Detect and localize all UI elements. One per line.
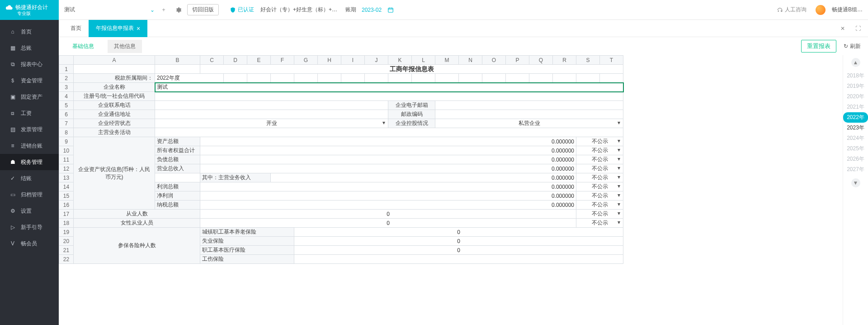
sidebar-item-3[interactable]: ＄资金管理 [0,72,59,89]
metric-value-11[interactable]: 0.000000 [200,155,576,164]
row-header-12[interactable]: 12 [59,164,74,173]
metric-publish-14[interactable]: 不公示 [576,182,623,191]
main-biz-value[interactable] [155,128,623,137]
tab-home[interactable]: 首页 [63,20,89,37]
year-2020年[interactable]: 2020年 [843,91,868,102]
sidebar-item-1[interactable]: ▦总账 [0,40,59,56]
year-2027年[interactable]: 2027年 [843,164,868,175]
female-emp-publish[interactable]: 不公示 [576,219,623,228]
tax-period-value[interactable]: 2022年度 [155,74,224,83]
row-header-20[interactable]: 20 [59,237,74,246]
year-2021年[interactable]: 2021年 [843,102,868,112]
sidebar-item-12[interactable]: ▷新手引导 [0,219,59,235]
col-header-B[interactable]: B [155,56,200,65]
year-2018年[interactable]: 2018年 [843,71,868,81]
insurance-value-19[interactable]: 0 [294,228,623,237]
sidebar-item-2[interactable]: ⧉报表中心 [0,56,59,72]
sidebar-item-5[interactable]: ⧈工资 [0,105,59,121]
gear-icon[interactable] [173,5,184,15]
row-header-1[interactable]: 1 [59,65,74,74]
col-header-H[interactable]: H [318,56,341,65]
col-header-D[interactable]: D [224,56,247,65]
employees-value[interactable]: 0 [200,210,576,219]
col-header-N[interactable]: N [459,56,482,65]
support-link[interactable]: 人工咨询 [777,6,807,14]
org-selector[interactable]: 测试 ⌄ [64,6,155,14]
metric-value-13[interactable]: 0.000000 [271,173,576,182]
year-up-icon[interactable]: ▲ [851,58,860,67]
row-header-21[interactable]: 21 [59,246,74,255]
insurance-value-20[interactable]: 0 [294,237,623,246]
close-icon[interactable]: × [137,25,140,32]
row-header-18[interactable]: 18 [59,219,74,228]
row-header-5[interactable]: 5 [59,101,74,110]
row-header-10[interactable]: 10 [59,146,74,155]
row-header-14[interactable]: 14 [59,182,74,191]
insurance-value-22[interactable] [294,255,623,264]
company-name-value[interactable]: 测试 [155,83,623,92]
row-header-7[interactable]: 7 [59,119,74,128]
year-down-icon[interactable]: ▼ [851,178,860,187]
col-header-F[interactable]: F [271,56,294,65]
col-header-K[interactable]: K [388,56,412,65]
year-2025年[interactable]: 2025年 [843,143,868,154]
metric-publish-9[interactable]: 不公示 [576,137,623,146]
email-value[interactable] [435,101,623,110]
fullscreen-icon[interactable]: ⛶ [853,23,863,34]
metric-publish-13[interactable]: 不公示 [576,173,623,182]
corner-cell[interactable] [59,56,74,65]
holding-value[interactable]: 私营企业 [435,119,623,128]
employees-publish[interactable]: 不公示 [576,210,623,219]
subtab-basic[interactable]: 基础信息 [66,40,100,53]
row-header-16[interactable]: 16 [59,201,74,210]
sidebar-item-4[interactable]: ▣固定资产 [0,89,59,105]
avatar[interactable] [816,5,826,15]
tab-annual-report[interactable]: 年报信息申报表 × [89,20,147,37]
col-header-L[interactable]: L [412,56,435,65]
reset-report-button[interactable]: 重置报表 [801,40,836,53]
row-header-2[interactable]: 2 [59,74,74,83]
subtab-other[interactable]: 其他信息 [108,40,142,53]
period-value[interactable]: 2023-02 [362,7,382,13]
close-all-tabs-icon[interactable]: ✕ [837,23,848,34]
switch-old-button[interactable]: 切回旧版 [187,4,219,15]
row-header-19[interactable]: 19 [59,228,74,237]
metric-value-9[interactable]: 0.000000 [200,137,576,146]
row-header-11[interactable]: 11 [59,155,74,164]
row-header-6[interactable]: 6 [59,110,74,119]
metric-publish-12[interactable]: 不公示 [576,164,623,173]
metric-value-10[interactable]: 0.000000 [200,146,576,155]
metric-value-12[interactable]: 0.000000 [200,164,576,173]
row-header-4[interactable]: 4 [59,92,74,101]
calendar-icon[interactable] [385,5,396,15]
col-header-M[interactable]: M [435,56,459,65]
col-header-G[interactable]: G [294,56,318,65]
status-value[interactable]: 开业 [155,119,388,128]
refresh-button[interactable]: ↻ 刷新 [844,43,861,50]
metric-publish-16[interactable]: 不公示 [576,201,623,210]
sidebar-item-13[interactable]: V畅会员 [0,235,59,252]
col-header-O[interactable]: O [482,56,506,65]
metric-publish-11[interactable]: 不公示 [576,155,623,164]
female-emp-value[interactable]: 0 [200,219,576,228]
sidebar-item-8[interactable]: ☗税务管理 [0,154,59,170]
row-header-15[interactable]: 15 [59,191,74,201]
spreadsheet[interactable]: ABCDEFGHIJKLMNOPQRST1工商年报信息表2税款所属期间：2022… [59,55,623,264]
year-2023年[interactable]: 2023年 [843,123,868,133]
col-header-P[interactable]: P [506,56,529,65]
metric-value-15[interactable]: 0.000000 [200,191,576,201]
row-header-13[interactable]: 13 [59,173,74,182]
year-2026年[interactable]: 2026年 [843,154,868,164]
postcode-value[interactable] [435,110,623,119]
sidebar-item-10[interactable]: ▭归档管理 [0,186,59,203]
row-header-17[interactable]: 17 [59,210,74,219]
year-2022年[interactable]: 2022年 [843,112,868,123]
col-header-C[interactable]: C [200,56,224,65]
year-2024年[interactable]: 2024年 [843,133,868,143]
sidebar-item-11[interactable]: ⚙设置 [0,203,59,219]
row-header-22[interactable]: 22 [59,255,74,264]
col-header-T[interactable]: T [600,56,623,65]
row-header-9[interactable]: 9 [59,137,74,146]
metric-publish-15[interactable]: 不公示 [576,191,623,201]
sidebar-item-7[interactable]: ≡进销台账 [0,138,59,154]
